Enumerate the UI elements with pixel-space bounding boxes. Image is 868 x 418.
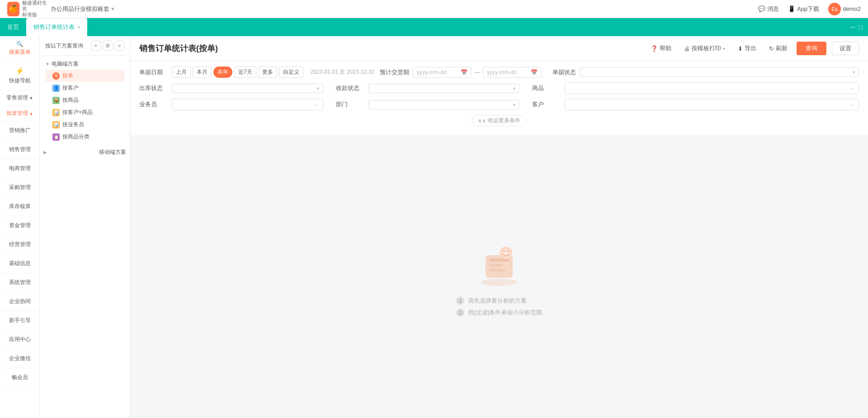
scheme-group-pc-title[interactable]: ▼ 电脑端方案 — [45, 58, 124, 70]
filter-row-status: 出库状态 ▾ 收款状态 ▾ 商品 ··· — [139, 82, 859, 94]
scheme-item-by-customer-product[interactable]: 📊 按客户+商品 — [45, 106, 124, 119]
add-scheme-button[interactable]: + — [91, 41, 101, 51]
sidebar-item-sales[interactable]: 销售管理 — [0, 140, 39, 159]
calendar-icon-start: 📅 — [461, 69, 467, 76]
salesperson-label: 业务员 — [139, 100, 166, 109]
top-bar: 🍊 畅捷通好生意 标准版 办公用品行业模拟账套 ▾ 💬 消息 📱 App下载 E… — [0, 0, 868, 18]
empty-tips: 1 请先选择要分析的方案 2 用[过滤]条件来缩小分析范围 — [456, 297, 542, 317]
scheme-item-by-customer[interactable]: 👤 按客户 — [45, 82, 124, 94]
department-label: 部门 — [336, 100, 363, 109]
content-area: 按以下方案查询 + ⚙ « ▼ 电脑端方案 按 按单 👤 按客户 — [40, 36, 868, 418]
template-print-button[interactable]: 🖨 按模板打印 ▾ — [680, 43, 729, 54]
sidebar-item-wholesale[interactable]: 批发管理 — [0, 106, 39, 121]
receipt-status-label: 收款状态 — [336, 84, 363, 92]
export-button[interactable]: ⬇ 导出 — [734, 43, 760, 54]
collapse-scheme-button[interactable]: « — [114, 41, 124, 51]
sidebar-item-system[interactable]: 系统管理 — [0, 273, 39, 292]
scheme-settings-button[interactable]: ⚙ — [103, 41, 113, 51]
sidebar: 🔍 搜索菜单 ⚡ 快捷导航 零售管理 批发管理 营销推广 销售管理 电商管理 采… — [0, 36, 40, 418]
sidebar-item-marketing[interactable]: 营销推广 — [0, 121, 39, 140]
page-header-top: 销售订单统计表(按单) ❓ 帮助 🖨 按模板打印 ▾ ⬇ — [139, 42, 859, 55]
expected-date-label: 预计交货期 — [380, 68, 409, 76]
empty-tip-1: 1 请先选择要分析的方案 — [456, 297, 542, 305]
date-btn-this-month[interactable]: 本月 — [193, 66, 212, 78]
sidebar-item-member[interactable]: 畅会员 — [0, 368, 39, 387]
settings-button[interactable]: 设置 — [832, 42, 859, 55]
sidebar-item-retail[interactable]: 零售管理 — [0, 90, 39, 106]
right-content: 销售订单统计表(按单) ❓ 帮助 🖨 按模板打印 ▾ ⬇ — [130, 36, 868, 418]
tab-sales-order-stats[interactable]: 销售订单统计表 × — [26, 18, 87, 36]
department-select[interactable]: ▾ — [368, 100, 520, 109]
receipt-status-select[interactable]: ▾ — [368, 84, 520, 93]
scheme-panel: 按以下方案查询 + ⚙ « ▼ 电脑端方案 按 按单 👤 按客户 — [40, 36, 130, 418]
sidebar-item-quick-nav[interactable]: ⚡ 快捷导航 — [0, 61, 39, 90]
date-filter-label: 单据日期 — [139, 68, 166, 76]
help-button[interactable]: ❓ 帮助 — [647, 43, 675, 54]
message-action[interactable]: 💬 消息 — [758, 5, 779, 13]
scheme-item-by-category[interactable]: 📋 按商品分类 — [45, 131, 124, 143]
shipment-status-select[interactable]: ▾ — [172, 84, 323, 93]
page-subtitle[interactable]: 办公用品行业模拟账套 ▾ — [51, 5, 758, 13]
nav-end-icons: ─ □ — [851, 24, 868, 31]
user-action[interactable]: Ea demo2 — [828, 3, 861, 15]
date-btn-group: 上月 本月 本年 近7天 更多 自定义 — [172, 66, 303, 78]
expand-icon-pc: ▼ — [45, 62, 50, 66]
sidebar-item-wechat[interactable]: 企业微信 — [0, 349, 39, 368]
expected-date-input-group: yyyy-mm-dd 📅 — yyyy-mm-dd 📅 — [413, 67, 542, 78]
product-dots[interactable]: ··· — [849, 85, 855, 92]
query-button[interactable]: 查询 — [797, 42, 826, 55]
order-status-select[interactable]: ▾ — [580, 67, 859, 77]
order-status-arrow: ▾ — [853, 70, 855, 75]
sidebar-item-basic[interactable]: 基础信息 — [0, 254, 39, 273]
salesperson-dots[interactable]: ··· — [314, 101, 319, 108]
sidebar-item-purchase[interactable]: 采购管理 — [0, 178, 39, 197]
expected-date-end[interactable]: yyyy-mm-dd 📅 — [483, 67, 542, 78]
avatar: Ea — [828, 3, 841, 15]
scheme-item-by-salesperson[interactable]: 📊 按业务员 — [45, 119, 124, 131]
nav-minimize-icon[interactable]: ─ — [851, 24, 855, 31]
sidebar-item-finance[interactable]: 资金管理 — [0, 216, 39, 235]
product-label: 商品 — [532, 84, 559, 92]
scheme-header-icons: + ⚙ « — [91, 41, 124, 51]
svg-point-8 — [507, 250, 509, 252]
refresh-icon: ↻ — [769, 45, 774, 52]
salesperson-select[interactable]: ··· — [172, 99, 323, 110]
sidebar-item-search-menu[interactable]: 🔍 搜索菜单 — [0, 36, 39, 61]
nav-maximize-icon[interactable]: □ — [859, 24, 863, 31]
page-header: 销售订单统计表(按单) ❓ 帮助 🖨 按模板打印 ▾ ⬇ — [130, 36, 868, 61]
sidebar-item-ecom[interactable]: 电商管理 — [0, 159, 39, 178]
product-select[interactable]: ··· — [565, 82, 859, 94]
help-icon: ❓ — [651, 45, 658, 52]
sidebar-item-enterprise[interactable]: 企业协同 — [0, 292, 39, 311]
date-btn-last-month[interactable]: 上月 — [172, 66, 191, 78]
logo-icon: 🍊 — [7, 2, 19, 16]
date-btn-custom[interactable]: 自定义 — [279, 66, 303, 78]
tab-home[interactable]: 首页 — [0, 18, 26, 36]
sidebar-item-inventory[interactable]: 库存核算 — [0, 197, 39, 216]
main-layout: 🔍 搜索菜单 ⚡ 快捷导航 零售管理 批发管理 营销推广 销售管理 电商管理 采… — [0, 36, 868, 418]
scheme-group-pc: ▼ 电脑端方案 按 按单 👤 按客户 📦 按商品 📊 按客户+商品 — [40, 56, 130, 146]
expected-date-group: 预计交货期 yyyy-mm-dd 📅 — yyyy-mm-dd 📅 — [380, 67, 859, 78]
expected-date-start[interactable]: yyyy-mm-dd 📅 — [413, 67, 472, 78]
filter-row-people: 业务员 ··· 部门 ▾ 客户 ··· — [139, 99, 859, 110]
date-btn-this-year[interactable]: 本年 — [213, 66, 232, 78]
sidebar-item-operations[interactable]: 经营管理 — [0, 235, 39, 254]
customer-dots[interactable]: ··· — [849, 101, 855, 108]
customer-select[interactable]: ··· — [565, 99, 859, 110]
scheme-item-by-order[interactable]: 按 按单 — [45, 70, 124, 82]
scheme-item-by-product[interactable]: 📦 按商品 — [45, 94, 124, 106]
date-btn-7days[interactable]: 近7天 — [234, 66, 256, 78]
date-btn-more[interactable]: 更多 — [258, 66, 277, 78]
mobile-group[interactable]: ▶ 移动端方案 — [40, 146, 130, 159]
dropdown-icon[interactable]: ▾ — [111, 5, 114, 12]
app-download-action[interactable]: 📱 App下载 — [788, 5, 819, 13]
tab-close-icon[interactable]: × — [77, 24, 80, 30]
refresh-button[interactable]: ↻ 刷新 — [765, 43, 791, 54]
collapse-icon: ∧∧ — [478, 118, 486, 124]
dept-arrow: ▾ — [513, 102, 515, 107]
collapse-filter-button[interactable]: ∧∧ 收起更多条件 — [472, 115, 526, 126]
page-header-actions: ❓ 帮助 🖨 按模板打印 ▾ ⬇ 导出 ↻ — [647, 42, 859, 55]
shipment-status-label: 出库状态 — [139, 84, 166, 92]
sidebar-item-newbie[interactable]: 新手引导 — [0, 311, 39, 330]
sidebar-item-appcenter[interactable]: 应用中心 — [0, 330, 39, 349]
